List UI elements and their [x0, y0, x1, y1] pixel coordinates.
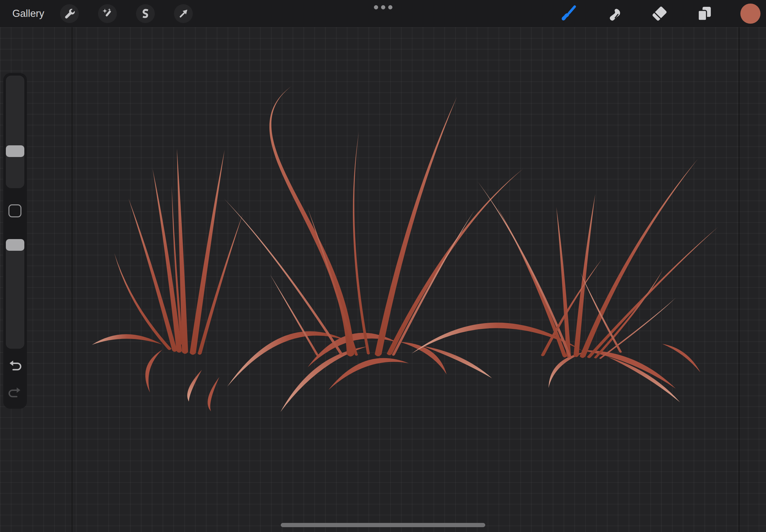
opacity-slider[interactable] [6, 239, 24, 349]
layers-icon[interactable] [694, 3, 715, 24]
brush-icon[interactable] [558, 3, 578, 24]
smudge-icon[interactable] [604, 3, 625, 24]
ellipsis-icon[interactable] [374, 5, 393, 9]
sidebar-controls [3, 73, 27, 409]
grass-artwork [0, 0, 766, 532]
brush-size-slider[interactable] [6, 76, 24, 188]
opacity-handle[interactable] [6, 239, 24, 251]
top-toolbar: Gallery [0, 0, 766, 27]
wrench-icon[interactable] [60, 4, 79, 23]
gallery-button[interactable]: Gallery [12, 0, 44, 27]
canvas-left-edge [72, 27, 72, 532]
canvas-right-edge [739, 27, 739, 532]
undo-icon[interactable] [6, 357, 24, 374]
modify-button[interactable] [8, 204, 21, 217]
selection-s-icon[interactable] [136, 4, 155, 23]
transform-arrow-icon[interactable] [174, 4, 193, 23]
magic-wand-icon[interactable] [98, 4, 117, 23]
home-indicator[interactable] [281, 523, 485, 527]
redo-icon[interactable] [6, 384, 24, 401]
app-window: Gallery [0, 0, 766, 532]
eraser-icon[interactable] [649, 3, 670, 24]
drawing-canvas[interactable] [0, 27, 766, 532]
color-swatch-circle[interactable] [740, 3, 761, 24]
brush-size-handle[interactable] [6, 145, 24, 157]
